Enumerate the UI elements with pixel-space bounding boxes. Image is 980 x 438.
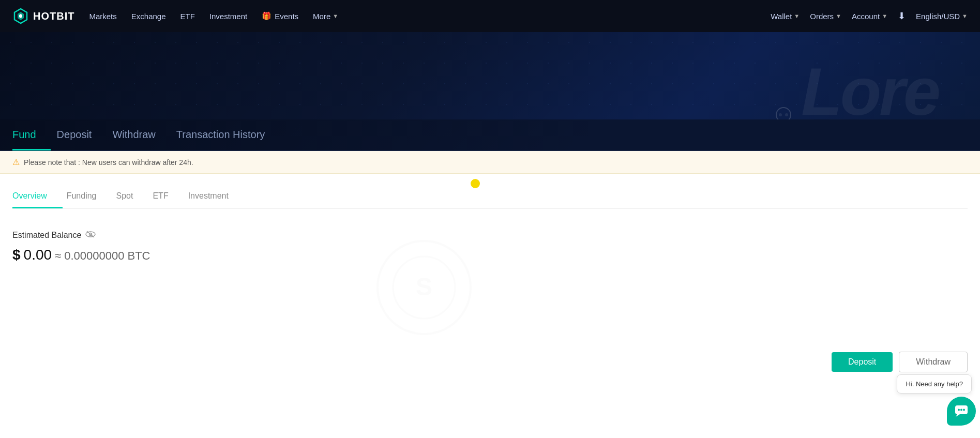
nav-account[interactable]: Account ▼ bbox=[852, 12, 887, 21]
nav-etf[interactable]: ETF bbox=[180, 12, 195, 21]
nav-language[interactable]: English/USD ▼ bbox=[916, 12, 968, 21]
yellow-indicator-dot bbox=[471, 179, 480, 188]
balance-value-row: $ 0.00 ≈ 0.00000000 BTC bbox=[12, 247, 968, 263]
navbar-left: HOTBIT Markets Exchange ETF Investment 🎁… bbox=[12, 8, 338, 24]
nav-orders[interactable]: Orders ▼ bbox=[810, 12, 841, 21]
logo[interactable]: HOTBIT bbox=[12, 8, 74, 24]
balance-label-row: Estimated Balance bbox=[12, 230, 968, 240]
withdraw-button[interactable]: Withdraw bbox=[899, 352, 968, 372]
action-buttons: Deposit Withdraw bbox=[832, 352, 968, 372]
chat-widget: Hi. Need any help? bbox=[897, 374, 980, 381]
balance-section: Estimated Balance $ 0.00 ≈ 0.00000000 BT… bbox=[12, 225, 968, 271]
nav-markets[interactable]: Markets bbox=[89, 12, 116, 21]
sub-nav: Fund Deposit Withdraw Transaction Histor… bbox=[0, 119, 980, 151]
wallet-tab-overview[interactable]: Overview bbox=[12, 186, 63, 208]
wallet-tab-spot[interactable]: Spot bbox=[116, 186, 149, 208]
nav-events[interactable]: 🎁 Events bbox=[262, 11, 298, 21]
notice-warning-icon: ⚠ bbox=[12, 157, 20, 167]
brand-name: HOTBIT bbox=[33, 10, 74, 22]
svg-point-9 bbox=[779, 113, 782, 116]
balance-btc-value: 0.00000000 BTC bbox=[64, 249, 150, 263]
tab-deposit[interactable]: Deposit bbox=[57, 119, 107, 150]
gift-icon: 🎁 bbox=[262, 11, 272, 21]
wallet-chevron-icon: ▼ bbox=[794, 13, 800, 19]
orders-chevron-icon: ▼ bbox=[836, 13, 841, 19]
more-chevron-icon: ▼ bbox=[333, 13, 338, 19]
tab-transaction-history[interactable]: Transaction History bbox=[176, 119, 280, 150]
wallet-tab-funding[interactable]: Funding bbox=[67, 186, 112, 208]
estimated-balance-label: Estimated Balance bbox=[12, 231, 81, 240]
deposit-button[interactable]: Deposit bbox=[832, 352, 893, 372]
language-chevron-icon: ▼ bbox=[962, 13, 968, 19]
hotbit-logo-icon bbox=[12, 8, 29, 24]
content-area: Overview Funding Spot ETF Investment Est… bbox=[0, 174, 980, 381]
navbar: HOTBIT Markets Exchange ETF Investment 🎁… bbox=[0, 0, 980, 32]
svg-point-10 bbox=[785, 113, 788, 116]
notice-text: Please note that : New users can withdra… bbox=[24, 158, 193, 167]
nav-investment[interactable]: Investment bbox=[209, 12, 247, 21]
balance-amount: 0.00 bbox=[24, 247, 52, 263]
hide-balance-icon[interactable] bbox=[85, 230, 96, 240]
download-icon[interactable]: ⬇ bbox=[898, 10, 906, 22]
navbar-right: Wallet ▼ Orders ▼ Account ▼ ⬇ English/US… bbox=[771, 10, 968, 22]
notice-bar: ⚠ Please note that : New users can withd… bbox=[0, 151, 980, 174]
chat-bubble-text: Hi. Need any help? bbox=[897, 374, 972, 381]
balance-approx-sign: ≈ bbox=[55, 249, 61, 263]
nav-more[interactable]: More ▼ bbox=[313, 12, 338, 21]
tab-fund[interactable]: Fund bbox=[12, 119, 51, 150]
hero-watermark: Lore bbox=[801, 53, 939, 130]
wallet-sub-tabs: Overview Funding Spot ETF Investment bbox=[12, 186, 968, 209]
svg-text:S: S bbox=[416, 273, 432, 300]
nav-exchange[interactable]: Exchange bbox=[131, 12, 166, 21]
wallet-tab-investment[interactable]: Investment bbox=[188, 186, 244, 208]
hero-banner: Lore Fund Deposit Withdraw Transaction H… bbox=[0, 32, 980, 151]
account-chevron-icon: ▼ bbox=[882, 13, 887, 19]
nav-wallet[interactable]: Wallet ▼ bbox=[771, 12, 800, 21]
balance-dollar-sign: $ bbox=[12, 247, 21, 263]
wallet-tab-etf[interactable]: ETF bbox=[153, 186, 184, 208]
tab-withdraw[interactable]: Withdraw bbox=[112, 119, 170, 150]
